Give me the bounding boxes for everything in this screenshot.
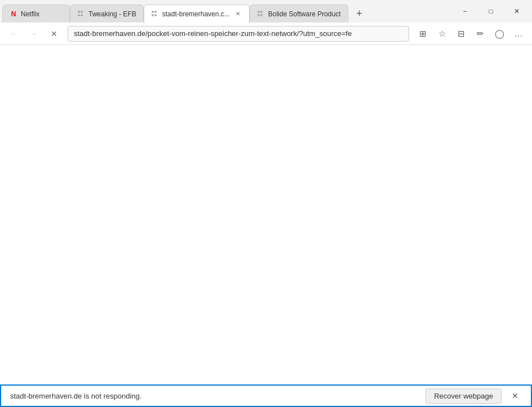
toolbar: ← → ✕ ⊞ ☆ ⊟ ✏ ◯ … <box>0 23 532 45</box>
notification-message: stadt-bremerhaven.de is not responding. <box>10 392 419 400</box>
bremerhaven-favicon-icon <box>151 10 159 18</box>
main-content <box>0 45 532 384</box>
forward-button[interactable]: → <box>25 25 43 43</box>
pen-button[interactable]: ✏ <box>471 25 489 43</box>
netflix-favicon-icon: N <box>10 10 17 18</box>
back-button[interactable]: ← <box>5 25 23 43</box>
tab-tweaking-title: Tweaking - EFB <box>88 10 136 18</box>
recover-webpage-button[interactable]: Recover webpage <box>425 388 502 404</box>
tab-bremerhaven[interactable]: stadt-bremerhaven.c... ✕ <box>144 5 250 23</box>
toolbar-icons: ⊞ ☆ ⊟ ✏ ◯ … <box>414 25 527 43</box>
reading-view-button[interactable]: ⊞ <box>414 25 432 43</box>
address-bar[interactable] <box>68 26 409 42</box>
tab-netflix-title: Netflix <box>21 10 63 18</box>
sidebar-button[interactable]: ⊟ <box>452 25 470 43</box>
bolide-favicon-icon <box>257 10 265 18</box>
profile-button[interactable]: ◯ <box>490 25 508 43</box>
notification-bar: stadt-bremerhaven.de is not responding. … <box>0 384 532 407</box>
notification-close-button[interactable]: ✕ <box>508 389 522 402</box>
reload-button[interactable]: ✕ <box>45 25 63 43</box>
tab-bolide-title: Bolide Software Product <box>268 10 341 18</box>
tab-bremerhaven-close[interactable]: ✕ <box>233 10 242 19</box>
window-controls: − □ ✕ <box>452 2 530 20</box>
tab-tweaking[interactable]: Tweaking - EFB <box>70 5 144 23</box>
more-button[interactable]: … <box>509 25 527 43</box>
new-tab-button[interactable]: + <box>351 5 369 23</box>
tweaking-favicon-icon <box>77 10 85 18</box>
titlebar: N Netflix Tweaking - EFB stadt-brem <box>0 0 532 23</box>
maximize-button[interactable]: □ <box>478 2 504 20</box>
tabs-container: N Netflix Tweaking - EFB stadt-brem <box>2 0 452 23</box>
minimize-button[interactable]: − <box>452 2 478 20</box>
tab-bolide[interactable]: Bolide Software Product <box>250 5 348 23</box>
tab-bremerhaven-title: stadt-bremerhaven.c... <box>162 10 230 18</box>
close-button[interactable]: ✕ <box>504 2 530 20</box>
tab-netflix[interactable]: N Netflix <box>2 5 70 23</box>
favorites-button[interactable]: ☆ <box>433 25 451 43</box>
